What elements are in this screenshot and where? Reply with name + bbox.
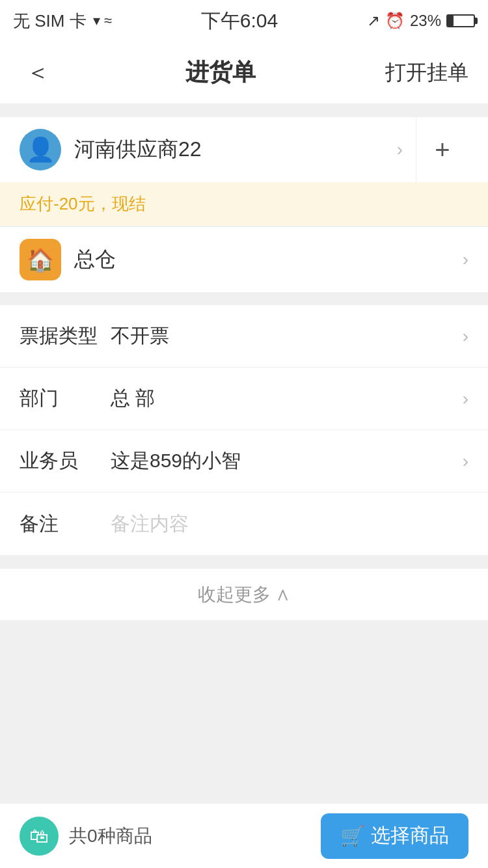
battery-percent: 23%: [410, 12, 441, 30]
remarks-placeholder[interactable]: 备注内容: [111, 511, 468, 537]
product-count-icon: 🛍: [29, 825, 49, 847]
carrier-text: 无 SIM 卡: [13, 10, 87, 33]
battery-fill: [448, 16, 454, 26]
supplier-name: 河南供应商22: [74, 135, 390, 164]
divider-1: [0, 104, 488, 117]
warehouse-section: 🏠 总仓 ›: [0, 227, 488, 292]
status-time: 下午6:04: [201, 8, 278, 34]
warehouse-chevron-icon: ›: [463, 249, 468, 270]
supplier-chevron-icon: ›: [397, 139, 403, 160]
open-pending-button[interactable]: 打开挂单: [385, 59, 468, 87]
department-label: 部门: [20, 385, 111, 412]
bill-type-row[interactable]: 票据类型 不开票 ›: [0, 305, 488, 368]
collapse-label: 收起更多 ∧: [198, 582, 291, 607]
warehouse-name: 总仓: [74, 245, 456, 274]
collapse-bar[interactable]: 收起更多 ∧: [0, 568, 488, 620]
bill-type-value: 不开票: [111, 323, 456, 349]
remarks-row[interactable]: 备注 备注内容: [0, 493, 488, 555]
salesman-label: 业务员: [20, 448, 111, 474]
warehouse-row[interactable]: 🏠 总仓 ›: [20, 227, 468, 292]
department-chevron-icon: ›: [463, 388, 468, 409]
notice-bar: 应付-20元，现结: [0, 182, 488, 226]
add-icon: +: [435, 135, 450, 165]
select-product-icon: 🛒: [340, 824, 364, 847]
alarm-icon: ⏰: [385, 12, 405, 30]
bill-type-label: 票据类型: [20, 323, 111, 349]
supplier-section: 👤 河南供应商22 › +: [0, 117, 488, 182]
status-right: ↗ ⏰ 23%: [367, 12, 475, 30]
remarks-label: 备注: [20, 511, 111, 537]
salesman-chevron-icon: ›: [463, 451, 468, 472]
supplier-row[interactable]: 👤 河南供应商22 ›: [20, 117, 416, 182]
select-product-button[interactable]: 🛒 选择商品: [321, 813, 468, 859]
bill-type-chevron-icon: ›: [463, 326, 468, 347]
supplier-avatar: 👤: [20, 129, 61, 170]
product-count-text: 共0种商品: [69, 824, 321, 848]
notice-text: 应付-20元，现结: [20, 194, 146, 213]
salesman-row[interactable]: 业务员 这是859的小智 ›: [0, 430, 488, 493]
page-title: 进货单: [185, 57, 256, 88]
department-row[interactable]: 部门 总 部 ›: [0, 368, 488, 430]
form-section: 票据类型 不开票 › 部门 总 部 › 业务员 这是859的小智 › 备注 备注…: [0, 305, 488, 555]
product-count-icon-wrap: 🛍: [20, 817, 59, 856]
supplier-add-button[interactable]: +: [416, 135, 468, 165]
salesman-value: 这是859的小智: [111, 448, 456, 474]
status-left: 无 SIM 卡 ▾ ≈: [13, 10, 112, 33]
battery-bar: [446, 14, 475, 27]
supplier-avatar-icon: 👤: [26, 136, 55, 163]
back-button[interactable]: ＜: [20, 50, 56, 95]
status-bar: 无 SIM 卡 ▾ ≈ 下午6:04 ↗ ⏰ 23%: [0, 0, 488, 42]
warehouse-icon: 🏠: [27, 247, 54, 273]
department-value: 总 部: [111, 385, 456, 412]
location-icon: ↗: [367, 12, 380, 30]
nav-bar: ＜ 进货单 打开挂单: [0, 42, 488, 104]
warehouse-icon-wrap: 🏠: [20, 239, 61, 280]
select-product-label: 选择商品: [371, 822, 449, 849]
wifi-icon: ▾ ≈: [93, 12, 112, 29]
bottom-bar: 🛍 共0种商品 🛒 选择商品: [0, 803, 488, 868]
bottom-spacer: [0, 620, 488, 698]
